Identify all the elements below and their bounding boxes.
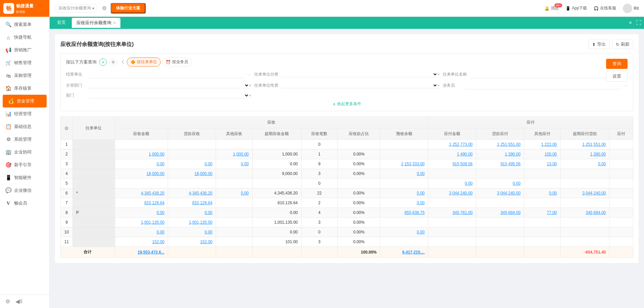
table-cell[interactable]: 0.00	[560, 159, 609, 169]
filter-setting-button[interactable]: ⚙	[109, 58, 117, 66]
table-cell[interactable]: 915,508.56	[428, 159, 476, 169]
table-cell[interactable]: 2,153,333.00	[380, 159, 428, 169]
table-cell[interactable]: 0.00	[115, 159, 168, 169]
sidebar-item-operations[interactable]: 📊 经营管理	[0, 107, 49, 120]
division-select[interactable]	[89, 93, 249, 98]
table-cell[interactable]: 0.00	[115, 227, 168, 237]
table-cell[interactable]: 1,001,135.00	[115, 218, 168, 227]
table-cell[interactable]: 0.00	[168, 227, 216, 237]
settings-button[interactable]: 设置	[606, 71, 628, 82]
table-cell[interactable]: 4,345,436.20	[168, 188, 216, 198]
category-select[interactable]	[281, 72, 437, 77]
sidebar-item-shortcut[interactable]: ⌂ 快捷导航	[0, 31, 49, 44]
table-cell[interactable]: 0.00	[216, 188, 252, 198]
promo-button[interactable]: 体验行业方案	[111, 3, 146, 13]
table-cell[interactable]: 0.00	[216, 159, 252, 169]
table-cell[interactable]: 18,000.00	[168, 169, 216, 179]
table-cell[interactable]: 0.00	[428, 179, 476, 188]
refresh-button[interactable]: ↻ 刷新	[612, 40, 633, 49]
table-cell[interactable]: 3,044,240.00	[476, 188, 524, 198]
table-cell[interactable]: 100.00	[524, 149, 560, 159]
table-cell[interactable]: 1,222.00	[524, 140, 560, 149]
table-cell[interactable]: 18,000.00	[115, 169, 168, 179]
sidebar-item-guide[interactable]: 🎯 新手引导	[0, 159, 49, 171]
table-cell[interactable]: 345,684.00	[560, 208, 609, 218]
table-cell[interactable]: 810,126.64	[115, 198, 168, 208]
table-cell[interactable]: 655,636.75	[380, 208, 428, 218]
table-cell[interactable]: 0.00	[380, 198, 428, 208]
table-cell[interactable]: 345,684.00	[476, 208, 524, 218]
table-cell[interactable]: 1,490.00	[428, 149, 476, 159]
system-icon: ⚙	[5, 136, 11, 142]
tab-close-icon[interactable]: ×	[113, 20, 116, 25]
table-cell[interactable]: 4,345,436.20	[115, 188, 168, 198]
filter-add-button[interactable]: +	[99, 58, 107, 66]
footer-receivable-amount[interactable]: 19,553,472,6...	[115, 247, 168, 258]
app-download-button[interactable]: 📱 App下载	[566, 5, 587, 11]
table-cell[interactable]: 77.00	[524, 208, 560, 218]
table-settings-icon[interactable]: ⚙	[64, 126, 69, 131]
close-window-icon[interactable]: ×	[629, 20, 632, 26]
table-cell[interactable]: 1,001,135.00	[168, 218, 216, 227]
footer-prepaid-balance[interactable]: 6,417,215....	[380, 247, 428, 258]
sidebar-item-hardware[interactable]: 📱 智能硬件	[0, 171, 49, 184]
table-cell[interactable]: 1,251,551.00	[560, 140, 609, 149]
settlement-dots[interactable]: ···	[248, 72, 251, 77]
query-button[interactable]: 查询	[606, 59, 628, 69]
table-cell[interactable]: 0.00	[380, 227, 428, 237]
partner-name-input[interactable]	[470, 71, 628, 78]
sidebar-item-search[interactable]: 🔍 搜索菜单	[0, 18, 49, 31]
table-cell[interactable]: 1,000.00	[216, 149, 252, 159]
sidebar-item-sales[interactable]: 🛒 销售管理	[0, 56, 49, 69]
tab-home[interactable]: 首页	[52, 17, 70, 28]
table-cell[interactable]: 0.00	[476, 179, 524, 188]
table-cell[interactable]: 0.00	[168, 159, 216, 169]
table-cell	[560, 237, 609, 247]
user-menu[interactable]: Rit	[623, 4, 639, 13]
sidebar-item-purchase[interactable]: 🛍 采购管理	[0, 69, 49, 82]
export-button[interactable]: ⬆ 导出	[588, 40, 609, 49]
salesperson-dots[interactable]: ···	[624, 83, 628, 88]
table-cell[interactable]: 152.00	[115, 237, 168, 247]
table-cell[interactable]: 0.00	[115, 208, 168, 218]
filter-collapse-button[interactable]: 《	[119, 59, 124, 65]
sidebar-item-system[interactable]: ⚙ 系统管理	[0, 133, 49, 146]
table-cell[interactable]: 915,495.56	[476, 159, 524, 169]
sidebar-item-marketing[interactable]: 📢 营销推广	[0, 44, 49, 56]
scheme-partner[interactable]: 🔶 按往来单位	[127, 57, 161, 67]
sidebar-item-basic[interactable]: 📋 基础信息	[0, 120, 49, 133]
table-cell[interactable]: 3,044,240.00	[560, 188, 609, 198]
table-cell[interactable]: 0.00	[380, 169, 428, 179]
header-settings-icon[interactable]: ⚙	[102, 5, 107, 11]
sidebar-item-wechat[interactable]: 💬 企业微信	[0, 184, 49, 197]
table-cell[interactable]: 0.00	[524, 188, 560, 198]
table-cell[interactable]: 0.00	[168, 208, 216, 218]
table-cell[interactable]: 152.00	[168, 237, 216, 247]
footer-collapse-icon[interactable]: ◀II	[15, 298, 22, 305]
sidebar-item-inventory[interactable]: 🏠 库存核算	[0, 82, 49, 95]
table-cell[interactable]: 13.00	[524, 159, 560, 169]
customer-service-button[interactable]: 🎧 在线客服	[594, 5, 616, 11]
nature-select[interactable]	[281, 83, 437, 88]
settlement-input[interactable]	[89, 71, 245, 78]
table-cell[interactable]: 345,761.00	[428, 208, 476, 218]
table-cell[interactable]: 1,252,773.00	[428, 140, 476, 149]
table-cell[interactable]: 1,390.00	[476, 149, 524, 159]
sidebar-item-member[interactable]: V 畅会员	[0, 197, 49, 210]
salesperson-input[interactable]	[466, 82, 622, 89]
table-cell[interactable]: 0.00	[380, 188, 428, 198]
collapse-more-button[interactable]: ∧ 收起更多条件	[66, 101, 628, 107]
table-cell[interactable]: 1,000.00	[115, 149, 168, 159]
footer-settings-icon[interactable]: ⚙	[5, 298, 10, 305]
scheme-salesperson[interactable]: ⏰ 按业务员	[162, 57, 192, 67]
table-cell[interactable]: 3,044,240.00	[428, 188, 476, 198]
tab-active[interactable]: 应收应付余额查询 ×	[72, 18, 120, 28]
sidebar-item-enterprise[interactable]: 🏢 企业协同	[0, 146, 49, 159]
table-cell[interactable]: 1,251,551.00	[476, 140, 524, 149]
table-cell[interactable]: 1,390.00	[560, 149, 609, 159]
sidebar-item-finance[interactable]: 💰 资金管理	[3, 95, 47, 107]
dept-select[interactable]	[89, 83, 249, 88]
table-cell[interactable]: 810,126.64	[168, 198, 216, 208]
fullscreen-icon[interactable]: ⛶	[636, 20, 641, 26]
notice-button[interactable]: 🔔 消息 99+	[544, 5, 559, 11]
